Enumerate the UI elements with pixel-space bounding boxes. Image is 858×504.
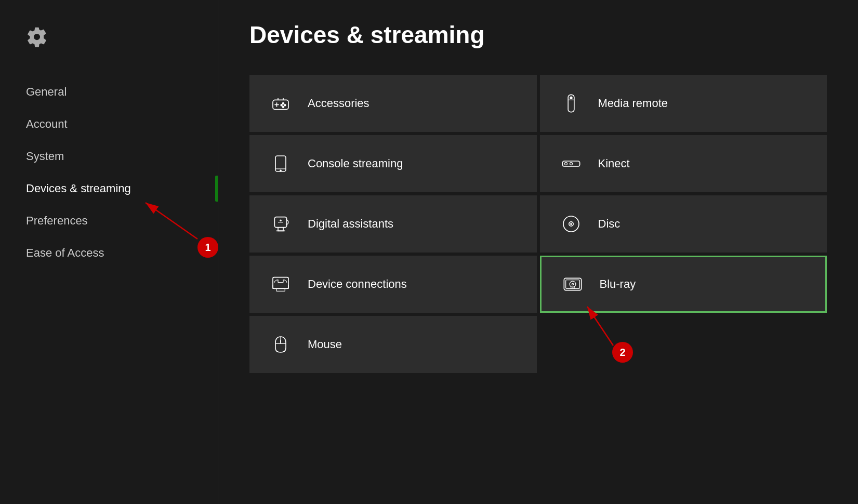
- blu-ray-label: Blu-ray: [600, 277, 636, 291]
- accessories-icon: [268, 91, 293, 116]
- grid-item-digital-assistants[interactable]: Digital assistants: [249, 195, 537, 253]
- sidebar-item-account[interactable]: Account: [0, 108, 218, 140]
- console-streaming-icon: [268, 151, 293, 176]
- disc-icon: [559, 211, 584, 236]
- media-remote-icon: [559, 91, 584, 116]
- accessories-label: Accessories: [308, 97, 369, 110]
- svg-point-4: [284, 104, 286, 106]
- settings-gear-icon[interactable]: [0, 21, 218, 76]
- sidebar-label-system: System: [26, 150, 64, 163]
- sidebar-label-account: Account: [26, 117, 68, 131]
- main-content: Devices & streaming Accessories: [218, 0, 858, 504]
- digital-assistants-label: Digital assistants: [308, 217, 393, 231]
- media-remote-label: Media remote: [598, 97, 668, 110]
- grid-item-disc[interactable]: Disc: [540, 195, 827, 253]
- device-connections-icon: [268, 272, 293, 297]
- device-connections-label: Device connections: [308, 277, 407, 291]
- grid-item-kinect[interactable]: Kinect: [540, 135, 827, 192]
- sidebar-item-general[interactable]: General: [0, 76, 218, 108]
- sidebar-label-preferences: Preferences: [26, 214, 88, 228]
- sidebar-label-general: General: [26, 85, 67, 99]
- grid-item-media-remote[interactable]: Media remote: [540, 75, 827, 132]
- sidebar-item-system[interactable]: System: [0, 140, 218, 173]
- blu-ray-icon: [560, 272, 585, 297]
- settings-grid: Accessories Media remote C: [249, 75, 827, 373]
- grid-item-console-streaming[interactable]: Console streaming: [249, 135, 537, 192]
- page-title: Devices & streaming: [249, 21, 827, 49]
- sidebar-item-preferences[interactable]: Preferences: [0, 205, 218, 237]
- digital-assistants-icon: [268, 211, 293, 236]
- sidebar-item-ease-of-access[interactable]: Ease of Access: [0, 237, 218, 269]
- sidebar: General Account System Devices & streami…: [0, 0, 218, 504]
- console-streaming-label: Console streaming: [308, 157, 403, 170]
- sidebar-item-devices-streaming[interactable]: Devices & streaming: [0, 173, 218, 205]
- grid-item-device-connections[interactable]: Device connections: [249, 256, 537, 313]
- svg-point-3: [282, 102, 284, 104]
- svg-point-21: [280, 220, 282, 221]
- disc-label: Disc: [598, 217, 621, 231]
- grid-item-mouse[interactable]: Mouse: [249, 316, 537, 373]
- svg-point-5: [281, 104, 282, 106]
- svg-point-11: [570, 97, 572, 99]
- svg-point-14: [280, 170, 282, 171]
- svg-point-25: [570, 223, 572, 225]
- svg-point-6: [282, 106, 284, 108]
- svg-point-32: [572, 283, 573, 285]
- mouse-label: Mouse: [308, 338, 342, 351]
- svg-point-16: [564, 163, 567, 165]
- grid-item-accessories[interactable]: Accessories: [249, 75, 537, 132]
- sidebar-label-devices-streaming: Devices & streaming: [26, 182, 131, 195]
- mouse-icon: [268, 332, 293, 357]
- sidebar-navigation: General Account System Devices & streami…: [0, 76, 218, 269]
- grid-item-blu-ray[interactable]: Blu-ray: [540, 256, 827, 313]
- svg-rect-26: [273, 277, 288, 289]
- svg-point-31: [570, 281, 576, 287]
- svg-rect-15: [562, 161, 579, 166]
- kinect-icon: [559, 151, 584, 176]
- svg-point-17: [570, 163, 572, 165]
- kinect-label: Kinect: [598, 157, 630, 170]
- sidebar-label-ease-of-access: Ease of Access: [26, 246, 104, 260]
